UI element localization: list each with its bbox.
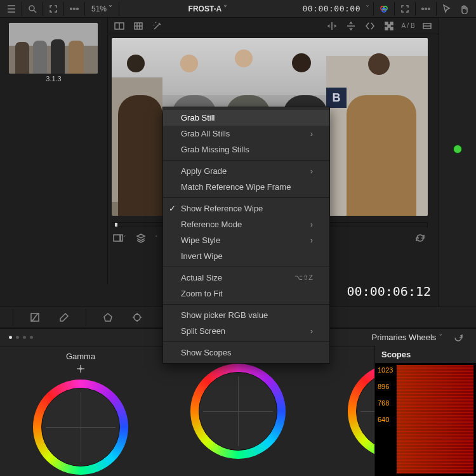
zoom-level[interactable]: 51% ˅ xyxy=(91,4,112,13)
menu-match-ref-wipe[interactable]: Match Reference Wipe Frame xyxy=(163,179,329,195)
tracker-icon[interactable] xyxy=(128,310,146,325)
menu-wipe-style[interactable]: Wipe Style› xyxy=(163,232,329,248)
color-icon[interactable] xyxy=(375,1,393,17)
menu-show-picker-rgb[interactable]: Show picker RGB value xyxy=(163,307,329,323)
svg-point-0 xyxy=(29,6,34,11)
top-toolbar: 51% ˅ FROST-A ˅ 00:00:00:00 ˅ xyxy=(0,0,476,18)
svg-rect-19 xyxy=(121,235,122,241)
gain-wheel[interactable]: Gain xyxy=(160,348,316,475)
menu-actual-size[interactable]: Actual Size⌥⇧Z xyxy=(163,270,329,286)
still-label: 3.1.3 xyxy=(0,75,107,83)
scope-waveform[interactable] xyxy=(397,365,473,473)
scope-scale: 1023 896 768 640 xyxy=(378,366,393,423)
more-icon[interactable] xyxy=(65,1,83,17)
svg-point-8 xyxy=(425,8,427,10)
wand-icon[interactable] xyxy=(150,19,165,33)
viewer-toolbar: A / B xyxy=(108,18,439,34)
svg-point-27 xyxy=(79,367,82,370)
menu-grab-still[interactable]: Grab Still xyxy=(163,110,329,126)
grid-icon[interactable] xyxy=(131,19,146,33)
expand-icon[interactable] xyxy=(44,1,62,17)
ab-compare[interactable]: A / B xyxy=(400,19,416,33)
expand2-icon[interactable] xyxy=(396,1,414,17)
list-view-icon[interactable] xyxy=(3,1,20,17)
menu-split-screen[interactable]: Split Screen› xyxy=(163,323,329,339)
layers-icon[interactable] xyxy=(133,231,149,245)
pointer-icon[interactable] xyxy=(438,1,456,17)
still-thumb[interactable] xyxy=(9,23,98,74)
menu-apply-grade[interactable]: Apply Grade› xyxy=(163,163,329,179)
stills-gallery: 3.1.3 xyxy=(0,18,108,284)
gamma-wheel[interactable]: Gamma xyxy=(3,348,159,475)
svg-rect-18 xyxy=(114,235,120,241)
menu-reference-mode[interactable]: Reference Mode› xyxy=(163,216,329,232)
menu-invert-wipe[interactable]: Invert Wipe xyxy=(163,248,329,264)
hand-icon[interactable] xyxy=(456,1,473,17)
viewer-layout-icon[interactable]: ˅ xyxy=(112,231,127,245)
svg-point-2 xyxy=(74,8,76,10)
clip-title[interactable]: FROST-A ˅ xyxy=(188,4,228,13)
more2-icon[interactable] xyxy=(417,1,435,17)
picker-icon[interactable] xyxy=(55,310,73,325)
wipe-diag-icon[interactable] xyxy=(362,19,378,33)
svg-point-7 xyxy=(422,8,424,10)
wipe-horiz-icon[interactable] xyxy=(324,19,340,33)
search-icon[interactable] xyxy=(23,1,41,17)
curves-icon[interactable] xyxy=(26,310,44,325)
menu-grab-missing-stills[interactable]: Grab Missing Stills xyxy=(163,142,329,157)
panel-pager[interactable] xyxy=(9,336,33,339)
header-timecode[interactable]: 00:00:00:00 xyxy=(302,4,360,13)
svg-point-3 xyxy=(77,8,79,10)
shape-icon[interactable] xyxy=(99,310,117,325)
reset-icon[interactable] xyxy=(449,330,467,345)
menu-zoom-fit[interactable]: Zoom to Fit xyxy=(163,286,329,301)
menu-show-ref-wipe[interactable]: ✓Show Reference Wipe xyxy=(163,201,329,216)
svg-point-9 xyxy=(428,8,430,10)
svg-rect-15 xyxy=(385,27,388,30)
viewer-timecode: 00:00:06:12 xyxy=(347,284,431,299)
checker-icon[interactable] xyxy=(381,19,397,33)
highlight-icon[interactable] xyxy=(420,19,435,33)
svg-point-1 xyxy=(70,8,72,10)
wheels-mode[interactable]: Primaries Wheels ˅ xyxy=(372,333,443,342)
node-panel xyxy=(439,18,476,307)
node-indicator[interactable] xyxy=(453,145,462,154)
viewer-context-menu: Grab Still Grab All Stills› Grab Missing… xyxy=(162,107,330,364)
menu-show-scopes[interactable]: Show Scopes xyxy=(163,345,329,360)
menu-grab-all-stills[interactable]: Grab All Stills› xyxy=(163,126,329,142)
svg-rect-16 xyxy=(390,27,393,30)
wipe-vert-icon[interactable] xyxy=(343,19,359,33)
loop-icon[interactable] xyxy=(413,231,428,245)
svg-point-21 xyxy=(134,314,140,321)
scopes-title: Scopes xyxy=(375,346,476,363)
image-wipe-icon[interactable] xyxy=(112,19,127,33)
scopes-panel: Scopes 1023 896 768 640 xyxy=(374,346,476,476)
